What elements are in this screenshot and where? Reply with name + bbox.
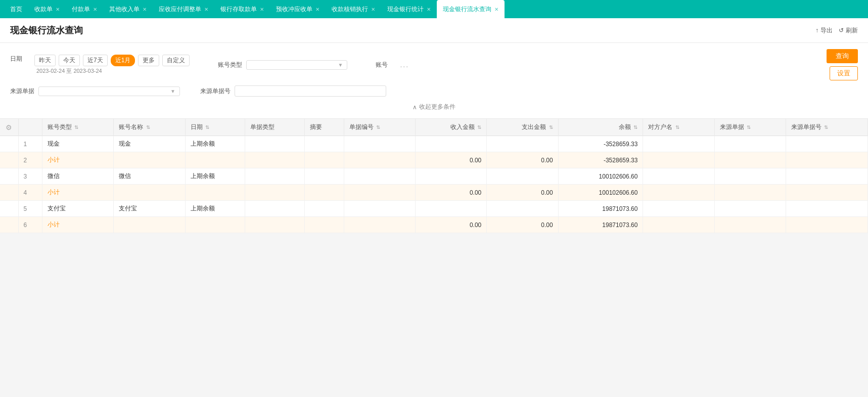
row-doc-type — [245, 185, 305, 201]
close-tab-2-icon[interactable]: ✕ — [143, 7, 147, 12]
sort-account-name-icon[interactable]: ⇅ — [146, 124, 150, 130]
table-row: 6 小计 0.00 0.00 19871073.60 — [0, 217, 868, 233]
sort-counterparty-icon[interactable]: ⇅ — [675, 124, 679, 130]
nav-tab-6[interactable]: 收款核销执行 ✕ — [326, 0, 381, 18]
row-balance: -3528659.33 — [558, 152, 643, 168]
date-btn-7days[interactable]: 近7天 — [83, 55, 108, 66]
row-income: 0.00 — [415, 217, 486, 233]
close-tab-8-icon[interactable]: ✕ — [494, 7, 498, 12]
row-date — [185, 185, 245, 201]
table-row: 5 支付宝 支付宝 上期余额 19871073.60 — [0, 201, 868, 217]
nav-tab-8[interactable]: 现金银行流水查询 ✕ — [437, 0, 505, 18]
sort-doc-no-icon[interactable]: ⇅ — [376, 124, 380, 130]
row-account-type: 小计 — [42, 217, 114, 233]
row-doc-no — [344, 185, 415, 201]
account-type-select[interactable]: ▼ — [246, 60, 347, 70]
close-tab-5-icon[interactable]: ✕ — [315, 7, 319, 12]
sort-source-doc-icon[interactable]: ⇅ — [747, 124, 751, 130]
row-doc-no — [344, 152, 415, 168]
data-table: ⚙ 账号类型 ⇅ 账号名称 ⇅ 日期 ⇅ — [0, 119, 868, 233]
close-tab-1-icon[interactable]: ✕ — [93, 7, 97, 12]
row-account-type: 小计 — [42, 185, 114, 201]
source-doc-no-input[interactable] — [235, 85, 386, 97]
close-tab-0-icon[interactable]: ✕ — [56, 7, 60, 12]
row-source-doc — [714, 217, 786, 233]
row-account-type: 微信 — [42, 168, 114, 185]
row-gear — [0, 168, 18, 185]
row-source-doc — [714, 201, 786, 217]
date-btn-today[interactable]: 今天 — [59, 55, 80, 66]
row-doc-no — [344, 136, 415, 152]
row-idx: 6 — [18, 217, 42, 233]
row-doc-type — [245, 168, 305, 185]
row-doc-type — [245, 152, 305, 168]
close-tab-7-icon[interactable]: ✕ — [427, 7, 431, 12]
filter-btn-group: 查询 设置 — [827, 49, 858, 80]
top-nav: 首页 收款单 ✕ 付款单 ✕ 其他收入单 ✕ 应收应付调整单 ✕ 银行存取款单 … — [0, 0, 868, 18]
row-income — [415, 136, 486, 152]
row-account-name — [114, 217, 185, 233]
date-btns: 昨天 今天 近7天 近1月 更多 自定义 — [34, 55, 190, 66]
nav-tab-2[interactable]: 其他收入单 ✕ — [103, 0, 153, 18]
nav-tab-3[interactable]: 应收应付调整单 ✕ — [153, 0, 214, 18]
nav-home[interactable]: 首页 — [4, 5, 28, 14]
settings-button[interactable]: 设置 — [830, 66, 858, 80]
export-button[interactable]: ↑ 导出 — [815, 26, 833, 35]
date-btn-yesterday[interactable]: 昨天 — [34, 55, 56, 66]
account-group: 账号 ... — [376, 61, 409, 69]
source-doc-select[interactable]: ▼ — [38, 86, 180, 96]
nav-tab-7[interactable]: 现金银行统计 ✕ — [381, 0, 437, 18]
table-wrap: ⚙ 账号类型 ⇅ 账号名称 ⇅ 日期 ⇅ — [0, 119, 868, 233]
account-dots[interactable]: ... — [400, 61, 409, 69]
table-row: 4 小计 0.00 0.00 100102606.60 — [0, 185, 868, 201]
col-account-type: 账号类型 ⇅ — [42, 119, 114, 136]
export-icon: ↑ — [815, 27, 818, 34]
refresh-icon: ↺ — [839, 27, 844, 34]
col-gear: ⚙ — [0, 119, 18, 136]
row-doc-no — [344, 217, 415, 233]
row-idx: 4 — [18, 185, 42, 201]
close-tab-6-icon[interactable]: ✕ — [371, 7, 375, 12]
collapse-bar[interactable]: ∧ 收起更多条件 — [10, 101, 858, 114]
row-date: 上期余额 — [185, 201, 245, 217]
row-income — [415, 201, 486, 217]
refresh-button[interactable]: ↺ 刷新 — [839, 26, 858, 35]
row-balance: 19871073.60 — [558, 201, 643, 217]
query-button[interactable]: 查询 — [827, 49, 858, 63]
nav-tab-5[interactable]: 预收冲应收单 ✕ — [270, 0, 326, 18]
date-btn-more[interactable]: 更多 — [138, 55, 159, 66]
date-btn-1month[interactable]: 近1月 — [111, 55, 135, 66]
row-counterparty — [643, 217, 714, 233]
row-account-name: 支付宝 — [114, 201, 185, 217]
nav-tab-4[interactable]: 银行存取款单 ✕ — [214, 0, 270, 18]
source-doc-no-group: 来源单据号 — [200, 85, 386, 97]
sort-expense-icon[interactable]: ⇅ — [549, 124, 553, 130]
nav-tab-0[interactable]: 收款单 ✕ — [28, 0, 66, 18]
date-btn-custom[interactable]: 自定义 — [162, 55, 190, 66]
page-title: 现金银行流水查询 — [10, 24, 83, 36]
row-summary — [305, 168, 344, 185]
row-gear — [0, 136, 18, 152]
sort-source-doc-no-icon[interactable]: ⇅ — [824, 124, 828, 130]
sort-date-icon[interactable]: ⇅ — [205, 124, 209, 130]
row-counterparty — [643, 201, 714, 217]
sort-income-icon[interactable]: ⇅ — [477, 124, 481, 130]
row-doc-no — [344, 168, 415, 185]
gear-col-icon[interactable]: ⚙ — [6, 123, 12, 131]
row-income — [415, 168, 486, 185]
row-expense: 0.00 — [487, 217, 558, 233]
row-source-doc-no — [786, 152, 867, 168]
table-header-row: ⚙ 账号类型 ⇅ 账号名称 ⇅ 日期 ⇅ — [0, 119, 868, 136]
account-label: 账号 — [376, 61, 396, 69]
row-date: 上期余额 — [185, 168, 245, 185]
date-range-text: 2023-02-24 至 2023-03-24 — [36, 67, 190, 75]
close-tab-3-icon[interactable]: ✕ — [204, 7, 208, 12]
row-balance: 100102606.60 — [558, 185, 643, 201]
header-actions: ↑ 导出 ↺ 刷新 — [815, 26, 858, 35]
sort-account-type-icon[interactable]: ⇅ — [74, 124, 78, 130]
table-row: 1 现金 现金 上期余额 -3528659.33 — [0, 136, 868, 152]
row-account-type: 现金 — [42, 136, 114, 152]
close-tab-4-icon[interactable]: ✕ — [260, 7, 264, 12]
nav-tab-1[interactable]: 付款单 ✕ — [66, 0, 103, 18]
sort-balance-icon[interactable]: ⇅ — [633, 124, 637, 130]
